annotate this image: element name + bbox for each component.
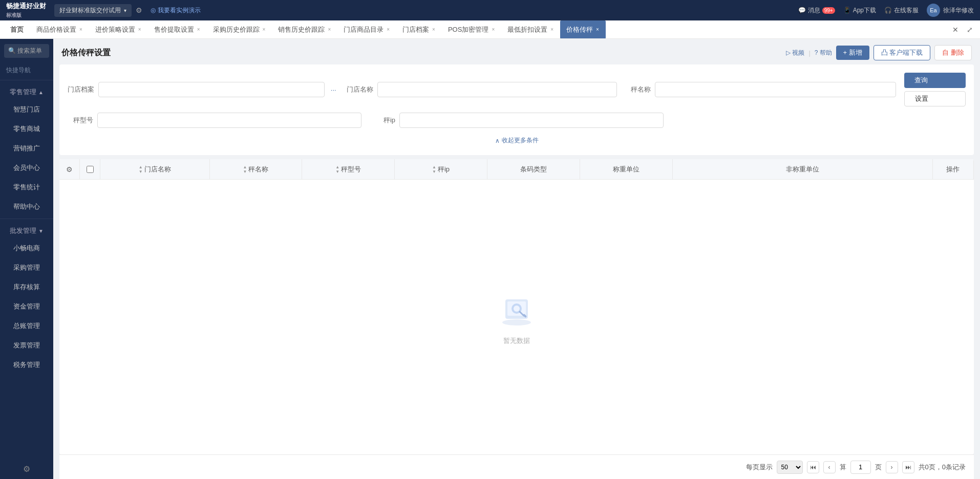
help-link[interactable]: ? 帮助 [815,49,832,57]
page-label: 算 [840,463,846,472]
scale-model-input[interactable] [97,113,361,128]
sidebar-item-ecommerce[interactable]: 小畅电商 [0,238,53,258]
version-selector[interactable]: 好业财标准版交付试用 ▾ [54,4,132,17]
search-menu-btn[interactable]: 🔍 搜索菜单 [4,44,49,58]
close-icon[interactable]: × [596,27,599,32]
filter-scale-model: 秤型号 [68,113,361,128]
filter-store-profile: 门店档案 ··· [68,73,338,106]
close-tab-btn[interactable]: ✕ [949,24,962,36]
prev-page-btn[interactable]: ‹ [823,461,836,473]
close-icon[interactable]: × [387,27,390,32]
sidebar-item-purchase[interactable]: 采购管理 [0,258,53,277]
scale-ip-input[interactable] [399,113,664,128]
close-icon[interactable]: × [263,27,266,32]
sidebar-item-retail-stats[interactable]: 零售统计 [0,178,53,197]
tab-sale-history[interactable]: 销售历史价跟踪 × [272,20,337,39]
page-header: 价格传秤设置 ▷ 视频 | ? 帮助 + 新增 凸 客户端下载 [53,39,980,64]
header-actions: ▷ 视频 | ? 帮助 + 新增 凸 客户端下载 自 删除 [786,45,972,60]
avatar: Ea [927,4,940,17]
tab-pos-encrypt[interactable]: POS加密管理 × [442,20,501,39]
next-page-btn[interactable]: › [886,461,898,473]
sidebar-search: 🔍 搜索菜单 [0,39,53,63]
sidebar-item-member[interactable]: 会员中心 [0,158,53,178]
top-bar-right: 💬 消息 99+ 📱 App下载 🎧 在线客服 Ea 徐泽华修改 [798,4,974,17]
settings-filter-btn[interactable]: 设置 [904,91,966,106]
scale-ip-label: 秤ip [370,116,395,125]
nav-tabs: 首页 商品价格设置 × 进价策略设置 × 售价提取设置 × 采购历史价跟踪 × … [0,20,980,39]
page-number-input[interactable] [850,461,871,474]
total-label: 共0页，0条记录 [919,463,966,472]
empty-state: 暂无数据 [496,289,537,345]
sidebar-item-smart-store[interactable]: 智慧门店 [0,100,53,119]
tab-store-profile[interactable]: 门店档案 × [396,20,442,39]
store-profile-label: 门店档案 [68,85,94,94]
pagination: 每页显示 50 10 20 100 ⏮ ‹ 算 页 › ⏭ 共0页，0条记录 [59,454,974,479]
tab-store-catalog[interactable]: 门店商品目录 × [337,20,396,39]
chevron-up-icon: ▲ [38,90,44,95]
close-icon[interactable]: × [79,27,82,32]
table-body: 暂无数据 [59,180,974,454]
th-checkbox[interactable] [80,159,100,179]
close-icon[interactable]: × [492,27,495,32]
store-profile-input[interactable] [98,82,325,97]
close-icon[interactable]: × [432,27,435,32]
close-icon[interactable]: × [328,27,331,32]
sidebar-item-finance[interactable]: 资金管理 [0,297,53,316]
sidebar-bottom: ⚙ [0,459,53,479]
per-page-select[interactable]: 50 10 20 100 [777,461,803,474]
th-settings[interactable]: ⚙ [59,159,80,179]
tab-home[interactable]: 首页 [4,20,30,39]
store-name-input[interactable] [377,82,617,97]
maximize-btn[interactable]: ⤢ [964,24,976,36]
sidebar-item-marketing[interactable]: 营销推广 [0,139,53,158]
sort-icon: ▲▼ [432,165,436,174]
add-button[interactable]: + 新增 [836,46,869,60]
close-icon[interactable]: × [550,27,553,32]
last-page-btn[interactable]: ⏭ [902,461,914,473]
collapse-btn[interactable]: ∧ 收起更多条件 [68,134,966,147]
page-unit-label: 页 [875,463,882,472]
settings-icon[interactable]: ⚙ [23,465,30,473]
close-icon[interactable]: × [197,27,200,32]
sidebar-item-retail[interactable]: 零售管理 ▲ [0,82,53,100]
user-area[interactable]: Ea 徐泽华修改 [927,4,974,17]
tab-sale-extract[interactable]: 售价提取设置 × [148,20,207,39]
app-download-btn[interactable]: 📱 App下载 [843,6,876,15]
filter-scale-ip: 秤ip [370,113,664,128]
filter-section: 门店档案 ··· 门店名称 秤名称 查询 [59,64,974,155]
demo-link[interactable]: ◎ 我要看实例演示 [151,6,201,15]
sidebar-item-invoice[interactable]: 发票管理 [0,336,53,355]
tab-price-settings[interactable]: 商品价格设置 × [30,20,89,39]
sidebar-item-ledger[interactable]: 总账管理 [0,316,53,336]
chevron-up-icon: ∧ [495,137,500,144]
sidebar-item-inventory[interactable]: 库存核算 [0,277,53,297]
messages-btn[interactable]: 💬 消息 99+ [798,6,835,15]
download-client-btn[interactable]: 凸 客户端下载 [874,45,931,60]
tab-purchase-strategy[interactable]: 进价策略设置 × [89,20,148,39]
close-icon[interactable]: × [138,27,141,32]
tab-actions: ✕ ⤢ [949,24,976,36]
sort-icon: ▲▼ [139,165,143,174]
tab-price-scale[interactable]: 价格传秤 × [560,20,606,39]
tab-min-discount[interactable]: 最低折扣设置 × [501,20,560,39]
sidebar-item-wholesale[interactable]: 批发管理 ▼ [0,221,53,238]
query-button[interactable]: 查询 [904,73,966,88]
online-service-btn[interactable]: 🎧 在线客服 [884,6,919,15]
settings-icon[interactable]: ⚙ [136,6,142,14]
select-all-checkbox[interactable] [87,166,94,173]
per-page-label: 每页显示 [746,463,773,472]
sidebar-item-tax[interactable]: 税务管理 [0,355,53,375]
video-link[interactable]: ▷ 视频 [786,49,804,57]
delete-button[interactable]: 自 删除 [934,45,972,60]
first-page-btn[interactable]: ⏮ [807,461,819,473]
sidebar-item-retail-mall[interactable]: 零售商城 [0,119,53,139]
scale-name-label: 秤名称 [625,85,651,94]
store-profile-dots-btn[interactable]: ··· [329,86,338,94]
sort-icon: ▲▼ [335,165,339,174]
sort-icon: ▲▼ [243,165,247,174]
tab-purchase-history[interactable]: 采购历史价跟踪 × [207,20,272,39]
sidebar-item-help[interactable]: 帮助中心 [0,197,53,216]
question-icon: ? [815,49,818,56]
empty-label: 暂无数据 [503,336,530,345]
scale-name-input[interactable] [655,82,896,97]
